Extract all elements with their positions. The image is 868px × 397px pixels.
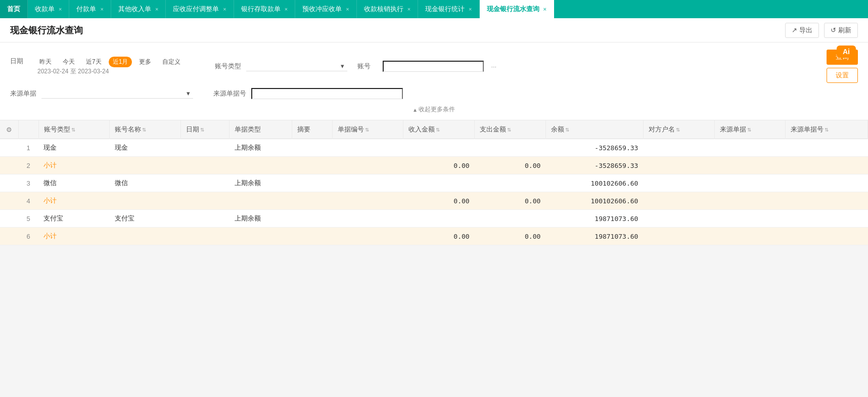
sort-icon-income: ⇅ [436,127,440,133]
col-header-balance[interactable]: 余额⇅ [545,120,643,139]
account-type-select[interactable] [246,61,347,71]
table-row: 5支付宝支付宝上期余额19871073.60 [0,210,868,228]
cell-doc_type [230,157,292,174]
cell-balance: 100102606.60 [545,174,643,192]
col-header-counterparty[interactable]: 对方户名⇅ [643,120,714,139]
topnav-item-bank-withdraw[interactable]: 银行存取款单× [234,0,295,18]
cell-expense: 0.00 [475,228,546,245]
cell-doc_no [332,210,403,228]
col-header-source_doc[interactable]: 来源单据⇅ [714,120,786,139]
cell-balance: -3528659.33 [545,139,643,157]
source-doc-no-input[interactable] [251,88,403,99]
cell-expense: 0.00 [475,192,546,210]
close-icon-cash-stat[interactable]: × [469,6,472,12]
page-header: 现金银行流水查询 ↗ 导出 ↺ 刷新 [0,18,868,42]
cell-doc_no [332,139,403,157]
cell-summary [292,192,333,210]
cell-index: 4 [18,192,38,210]
col-header-source_doc_no[interactable]: 来源单据号⇅ [786,120,868,139]
cell-balance: 19871073.60 [545,228,643,245]
cell-income: 0.00 [403,192,475,210]
export-button[interactable]: ↗ 导出 [785,23,819,38]
sort-icon-balance: ⇅ [565,127,569,133]
cell-doc_no [332,228,403,245]
account-type-label: 账号类型 [215,62,241,71]
date-shortcuts-group: 昨天今天近7天近1月更多自定义 2023-02-24 至 2023-03-24 [35,57,185,76]
cell-income [403,139,475,157]
topnav-item-cash-flow[interactable]: 现金银行流水查询× [480,0,554,18]
cell-doc_type [230,192,292,210]
cell-counterparty [643,228,714,245]
cell-source_doc_no [786,174,868,192]
close-icon-bank-withdraw[interactable]: × [285,6,288,12]
col-header-expense[interactable]: 支出金额⇅ [475,120,546,139]
cell-summary [292,157,333,174]
topnav-label-bank-withdraw: 银行存取款单 [241,5,281,14]
date-shortcut-昨天[interactable]: 昨天 [35,57,56,67]
cell-source_doc [714,210,786,228]
col-header-doc_no[interactable]: 单据编号⇅ [332,120,403,139]
cell-balance: -3528659.33 [545,157,643,174]
cell-counterparty [643,139,714,157]
account-dots[interactable]: ··· [489,63,498,70]
col-header-account_type[interactable]: 账号类型⇅ [38,120,110,139]
date-shortcut-今天[interactable]: 今天 [59,57,79,67]
table-row: 4小计0.000.00100102606.60 [0,192,868,210]
export-icon: ↗ [792,26,797,34]
table-row: 3微信微信上期余额100102606.60 [0,174,868,192]
topnav-label-payment: 付款单 [76,5,96,14]
cell-date [180,210,230,228]
sort-icon-counterparty: ⇅ [676,127,680,133]
collapse-button[interactable]: 收起更多条件 [408,104,460,115]
source-doc-select[interactable] [41,89,193,99]
close-icon-advance-offset[interactable]: × [346,6,349,12]
date-shortcut-近7天[interactable]: 近7天 [82,57,106,67]
source-doc-chevron [187,90,190,97]
table-row: 2小计0.000.00-3528659.33 [0,157,868,174]
date-shortcut-自定义[interactable]: 自定义 [158,57,185,67]
close-icon-payment[interactable]: × [100,6,103,12]
close-icon-other-income[interactable]: × [155,6,158,12]
close-icon-ar-adjust[interactable]: × [223,6,226,12]
cell-income: 0.00 [403,157,475,174]
sort-icon-doc_no: ⇅ [365,127,369,133]
date-shortcut-近1月[interactable]: 近1月 [109,57,132,67]
collapse-bar: 收起更多条件 [10,104,858,115]
sort-icon-account_name: ⇅ [142,127,146,133]
cell-gear [0,174,18,192]
col-header-summary: 摘要 [292,120,333,139]
settings-button[interactable]: 设置 [827,68,858,83]
col-header-gear: ⚙ [0,120,18,139]
data-table: ⚙账号类型⇅账号名称⇅日期⇅单据类型摘要单据编号⇅收入金额⇅支出金额⇅余额⇅对方… [0,120,868,245]
date-shortcut-更多[interactable]: 更多 [135,57,155,67]
close-icon-cash-flow[interactable]: × [543,6,546,12]
close-icon-writeoff[interactable]: × [407,6,410,12]
source-doc-no-label: 来源单据号 [213,89,246,98]
account-input[interactable] [383,61,484,72]
cell-index: 3 [18,174,38,192]
topnav-item-cash-stat[interactable]: 现金银行统计× [418,0,479,18]
sort-icon-expense: ⇅ [507,127,511,133]
col-header-date[interactable]: 日期⇅ [180,120,230,139]
table-header: ⚙账号类型⇅账号名称⇅日期⇅单据类型摘要单据编号⇅收入金额⇅支出金额⇅余额⇅对方… [0,120,868,139]
topnav-item-ar-adjust[interactable]: 应收应付调整单× [166,0,234,18]
ai-badge[interactable]: Ai [837,46,856,58]
cell-income [403,210,475,228]
cell-source_doc_no [786,210,868,228]
topnav-item-advance-offset[interactable]: 预收冲应收单× [295,0,356,18]
topnav-item-home[interactable]: 首页 [0,0,28,18]
topnav-item-writeoff[interactable]: 收款核销执行× [357,0,418,18]
topnav-item-receipt[interactable]: 收款单× [28,0,69,18]
col-header-income[interactable]: 收入金额⇅ [403,120,475,139]
collapse-label: 收起更多条件 [419,105,455,114]
topnav-item-payment[interactable]: 付款单× [69,0,111,18]
cell-gear [0,210,18,228]
refresh-button[interactable]: ↺ 刷新 [824,23,858,38]
topnav-item-other-income[interactable]: 其他收入单× [111,0,166,18]
col-header-account_name[interactable]: 账号名称⇅ [110,120,181,139]
table-row: 6小计0.000.0019871073.60 [0,228,868,245]
close-icon-receipt[interactable]: × [59,6,62,12]
source-doc-label: 来源单据 [10,89,36,98]
cell-index: 5 [18,210,38,228]
cell-income: 0.00 [403,228,475,245]
